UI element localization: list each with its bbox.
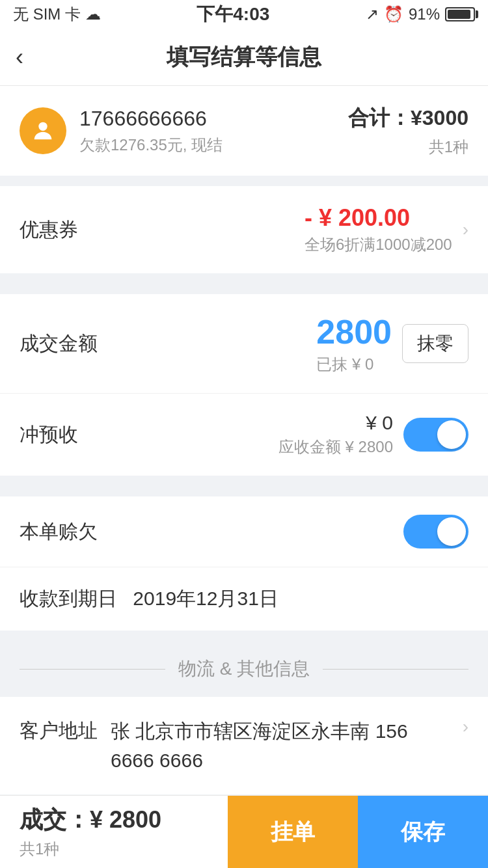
coupon-section: 优惠券 - ¥ 200.00 全场6折满1000减200 › [0, 186, 488, 273]
coupon-amount: - ¥ 200.00 [305, 204, 452, 232]
customer-right: 合计：¥3000 共1种 [348, 104, 468, 157]
avatar [20, 107, 66, 154]
bottom-deal: 成交：¥ 2800 [20, 804, 208, 836]
prepay-label: 冲预收 [20, 422, 78, 448]
debt-row: 本单赊欠 [0, 496, 488, 567]
nav-bar: ‹ 填写结算等信息 [0, 29, 488, 86]
total-count: 共1种 [348, 137, 468, 157]
customer-info: 17666666666 欠款1276.35元, 现结 [79, 107, 223, 156]
divider-1 [0, 284, 488, 294]
divider-2 [0, 486, 488, 496]
logistics-line-left [20, 669, 165, 670]
customer-card: 17666666666 欠款1276.35元, 现结 合计：¥3000 共1种 [0, 86, 488, 176]
prepay-right: ¥ 0 应收金额 ¥ 2800 [278, 412, 468, 457]
status-bar: 无 SIM 卡 ☁ 下午4:03 ↗ ⏰ 91% [0, 0, 488, 29]
back-button[interactable]: ‹ [16, 44, 23, 71]
logistics-line-right [323, 669, 468, 670]
status-left: 无 SIM 卡 ☁ [13, 4, 101, 25]
deal-amount-label: 成交金额 [20, 331, 98, 357]
deal-section: 成交金额 2800 已抹 ¥ 0 抹零 冲预收 ¥ 0 应收金额 ¥ 2800 [0, 294, 488, 476]
deal-amount-value: 2800 [316, 312, 392, 351]
chevron-right-icon: › [463, 219, 468, 240]
bottom-deal-amount: ¥ 2800 [90, 806, 161, 833]
sim-status: 无 SIM 卡 ☁ [13, 4, 101, 25]
battery-percent: 91% [409, 5, 440, 23]
svg-point-0 [38, 122, 47, 131]
due-date-row: 收款到期日 2019年12月31日 [0, 567, 488, 631]
page-title: 填写结算等信息 [167, 42, 321, 72]
deal-amount-value-wrap: 2800 已抹 ¥ 0 [316, 312, 392, 375]
address-chevron-icon: › [463, 716, 468, 737]
avatar-icon [30, 118, 56, 144]
debt-right [403, 515, 468, 549]
coupon-desc: 全场6折满1000减200 [305, 234, 452, 255]
debt-section: 本单赊欠 收款到期日 2019年12月31日 [0, 496, 488, 631]
due-date-label: 收款到期日 2019年12月31日 [20, 586, 278, 612]
customer-left: 17666666666 欠款1276.35元, 现结 [20, 107, 223, 156]
save-button[interactable]: 保存 [358, 796, 488, 869]
bottom-deal-label: 成交： [20, 806, 90, 833]
prepay-row: 冲预收 ¥ 0 应收金额 ¥ 2800 [0, 394, 488, 476]
round-button[interactable]: 抹零 [402, 324, 468, 363]
bottom-bar: 成交：¥ 2800 共1种 挂单 保存 [0, 795, 488, 868]
bottom-count: 共1种 [20, 839, 208, 860]
status-right: ↗ ⏰ 91% [366, 5, 475, 23]
due-date-value: 2019年12月31日 [133, 588, 278, 609]
address-row[interactable]: 客户地址 张 北京市市辖区海淀区永丰南 156 6666 6666 › [0, 697, 488, 794]
address-label: 客户地址 [20, 716, 98, 744]
address-value: 张 北京市市辖区海淀区永丰南 156 6666 6666 [111, 716, 452, 775]
prepay-amount: ¥ 0 [278, 412, 393, 434]
customer-phone: 17666666666 [79, 107, 223, 131]
prepay-sub: 应收金额 ¥ 2800 [278, 437, 393, 457]
battery-icon [445, 7, 475, 21]
alarm-icon: ⏰ [384, 5, 403, 23]
coupon-right: - ¥ 200.00 全场6折满1000减200 › [305, 204, 468, 255]
coupon-row[interactable]: 优惠券 - ¥ 200.00 全场6折满1000减200 › [0, 186, 488, 273]
deal-amount-row: 成交金额 2800 已抹 ¥ 0 抹零 [0, 294, 488, 394]
debt-toggle[interactable] [403, 515, 468, 549]
bottom-info: 成交：¥ 2800 共1种 [0, 804, 228, 860]
coupon-value: - ¥ 200.00 全场6折满1000减200 [305, 204, 452, 255]
total-amount: 合计：¥3000 [348, 104, 468, 133]
coupon-label: 优惠券 [20, 217, 78, 243]
hold-button[interactable]: 挂单 [228, 796, 358, 869]
logistics-text: 物流 & 其他信息 [178, 657, 310, 681]
content: 17666666666 欠款1276.35元, 现结 合计：¥3000 共1种 … [0, 86, 488, 868]
logistics-header: 物流 & 其他信息 [0, 641, 488, 697]
location-icon: ↗ [366, 5, 379, 23]
prepay-value-wrap: ¥ 0 应收金额 ¥ 2800 [278, 412, 393, 457]
status-time: 下午4:03 [197, 2, 269, 27]
prepay-toggle[interactable] [403, 418, 468, 452]
debt-label: 本单赊欠 [20, 519, 98, 545]
customer-debt: 欠款1276.35元, 现结 [79, 135, 223, 156]
deal-amount-right: 2800 已抹 ¥ 0 抹零 [316, 312, 468, 375]
deal-amount-sub: 已抹 ¥ 0 [316, 354, 392, 375]
